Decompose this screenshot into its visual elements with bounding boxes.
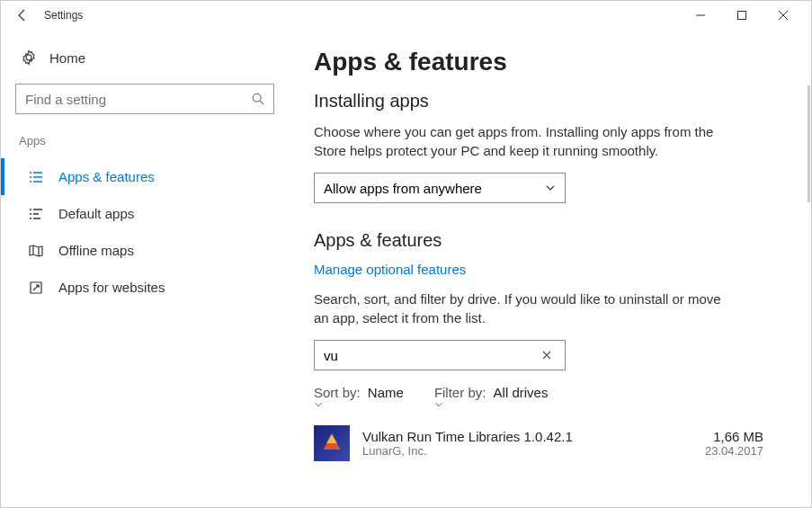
manage-optional-link[interactable]: Manage optional features (314, 262, 466, 277)
sidebar-item-label: Apps for websites (58, 280, 165, 295)
page-title: Apps & features (314, 48, 777, 76)
find-setting-input[interactable] (15, 84, 274, 114)
app-icon (314, 425, 350, 461)
main-panel: Apps & features Installing apps Choose w… (289, 30, 811, 507)
sidebar-item-apps-features[interactable]: Apps & features (1, 158, 274, 195)
sort-by-control[interactable]: Sort by: Name (314, 385, 409, 409)
svg-marker-5 (326, 434, 337, 444)
find-setting-field[interactable] (25, 92, 252, 107)
filter-label: Filter by: (434, 385, 486, 400)
home-label: Home (49, 50, 85, 66)
svg-rect-1 (738, 12, 746, 20)
back-button[interactable] (8, 1, 37, 30)
sort-label: Sort by: (314, 385, 361, 400)
home-button[interactable]: Home (15, 40, 274, 75)
close-button[interactable] (763, 1, 804, 30)
sidebar-item-label: Default apps (58, 206, 134, 221)
installing-apps-heading: Installing apps (314, 91, 777, 111)
open-icon (28, 281, 44, 295)
sidebar-item-label: Offline maps (58, 243, 134, 258)
filter-desc: Search, sort, and filter by drive. If yo… (314, 290, 727, 327)
apps-features-heading: Apps & features (314, 230, 777, 251)
app-list-item[interactable]: Vulkan Run Time Libraries 1.0.42.1 Lunar… (314, 425, 763, 461)
app-publisher: LunarG, Inc. (362, 444, 692, 458)
maximize-button[interactable] (721, 1, 763, 30)
search-icon (252, 93, 264, 105)
titlebar: Settings (1, 1, 811, 30)
app-size: 1,66 MB (705, 429, 763, 444)
scrollbar[interactable] (808, 85, 810, 202)
filter-by-control[interactable]: Filter by: All drives (434, 385, 554, 409)
select-value: Allow apps from anywhere (324, 181, 482, 196)
window-title: Settings (44, 9, 83, 22)
app-search-input[interactable] (314, 340, 566, 370)
map-icon (28, 244, 44, 258)
install-source-select[interactable]: Allow apps from anywhere (314, 173, 566, 203)
clear-icon[interactable] (538, 350, 556, 361)
minimize-button[interactable] (680, 1, 721, 30)
chevron-down-icon (545, 183, 556, 193)
sort-value: Name (368, 385, 404, 400)
sidebar-item-default-apps[interactable]: Default apps (1, 195, 274, 232)
window-controls (680, 1, 804, 30)
sidebar-item-label: Apps & features (58, 169, 155, 184)
chevron-down-icon (314, 400, 409, 409)
defaults-icon (28, 207, 44, 221)
sidebar-item-apps-websites[interactable]: Apps for websites (1, 269, 274, 306)
app-search-field[interactable] (324, 348, 538, 363)
filter-value: All drives (494, 385, 549, 400)
gear-icon (21, 49, 37, 66)
app-date: 23.04.2017 (705, 444, 763, 458)
svg-point-2 (253, 94, 261, 102)
chevron-down-icon (434, 400, 554, 409)
section-label: Apps (19, 134, 274, 147)
svg-line-3 (260, 101, 263, 104)
list-icon (28, 170, 44, 184)
sidebar: Home Apps Apps & features Default apps (1, 30, 289, 507)
sidebar-item-offline-maps[interactable]: Offline maps (1, 232, 274, 269)
installing-apps-desc: Choose where you can get apps from. Inst… (314, 122, 727, 160)
app-name: Vulkan Run Time Libraries 1.0.42.1 (362, 429, 692, 444)
